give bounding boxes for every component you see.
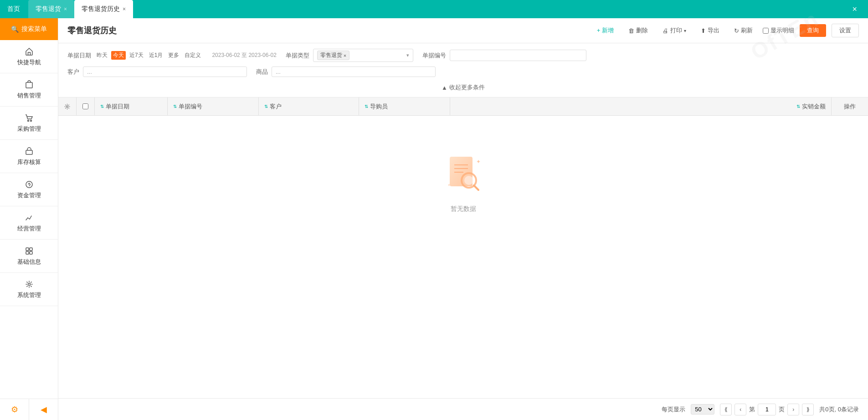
sidebar-item-inventory-label: 库存核算 [17,158,41,166]
shortcut-7days[interactable]: 近7天 [128,51,145,60]
sort-icon-billno: ⇅ [173,104,177,109]
svg-point-16 [464,176,473,185]
table-footer: 每页显示 50 10 20 100 ⟪ ‹ 第 页 › ⟫ 共0页, 0条记录 [58,398,868,420]
tab-return-close[interactable]: × [64,6,67,12]
svg-point-4 [26,181,32,188]
next-page-button[interactable]: › [787,404,799,415]
bill-type-select[interactable]: 零售退货 × ▾ [313,49,413,62]
last-page-button[interactable]: ⟫ [802,404,814,415]
sidebar-item-system[interactable]: 系统管理 [0,273,58,306]
th-checkbox[interactable] [77,97,95,115]
sidebar-search[interactable]: 🔍 搜索菜单 [0,18,58,40]
bill-no-input[interactable] [450,50,586,61]
bill-no-label: 单据编号 [422,51,446,60]
empty-state: ✦ ✦ 暂无数据 [58,116,868,250]
page-header: 零售退货历史 + 新增 🗑 删除 🖨 打印 ▾ ⬆ 导出 ↻ [58,18,868,43]
shortcut-1month[interactable]: 近1月 [147,51,165,60]
th-settings[interactable] [58,97,77,115]
th-date[interactable]: ⇅ 单据日期 [95,97,168,115]
export-button[interactable]: ⬆ 导出 [696,24,724,37]
page-size-select[interactable]: 50 10 20 100 [691,404,714,415]
sidebar-bottom: ⚙ ◀ [0,399,58,420]
bill-type-tag: 零售退货 × [317,51,349,60]
date-range-display: 2023-06-02 至 2023-06-02 [212,51,276,59]
window-close-button[interactable]: × [848,3,861,16]
sidebar-settings-button[interactable]: ⚙ [0,399,29,420]
shortcut-yesterday[interactable]: 昨天 [95,51,109,60]
tab-return[interactable]: 零售退货 × [28,0,74,18]
sidebar-item-quick-nav-label: 快捷导航 [17,58,41,67]
tab-home-label: 首页 [7,5,20,13]
th-amount[interactable]: ⇅ 实销金额 [450,97,832,115]
th-billno[interactable]: ⇅ 单据编号 [168,97,259,115]
empty-text: 暂无数据 [451,205,476,213]
collapse-filter-button[interactable]: ▲ 收起更多条件 [67,82,859,93]
collapse-icon: ▲ [442,84,447,91]
svg-rect-0 [26,82,32,88]
goods-filter: 商品 ... [256,67,436,77]
sidebar-search-label: 搜索菜单 [21,25,47,33]
top-bar: 首页 零售退货 × 零售退货历史 × × [0,0,868,18]
content-area: 零售退货历史 + 新增 🗑 删除 🖨 打印 ▾ ⬆ 导出 ↻ [58,18,868,420]
page-label: 第 [749,405,755,414]
sidebar-item-operations[interactable]: 经营管理 [0,206,58,240]
sidebar: 🔍 搜索菜单 快捷导航 销售管理 采购管理 库存核算 [0,18,58,420]
sidebar-item-purchase[interactable]: 采购管理 [0,107,58,140]
show-detail-checkbox[interactable] [763,28,769,34]
sidebar-item-operations-label: 经营管理 [17,225,41,233]
system-icon [24,279,34,289]
first-page-button[interactable]: ⟪ [720,404,732,415]
sort-icon-customer: ⇅ [264,104,268,109]
svg-line-17 [474,185,478,190]
sidebar-item-basic-info[interactable]: 基础信息 [0,240,58,273]
goods-placeholder: ... [276,68,281,75]
svg-text:✦: ✦ [476,159,481,165]
select-all-checkbox[interactable] [82,103,88,109]
print-button[interactable]: 🖨 打印 ▾ [658,24,691,37]
goods-select[interactable]: ... [272,67,436,77]
svg-text:✦: ✦ [447,183,451,187]
delete-button[interactable]: 🗑 删除 [624,24,652,37]
customer-label: 客户 [67,68,79,76]
customer-select[interactable]: ... [83,67,247,77]
bill-type-tag-close[interactable]: × [344,53,346,58]
new-button[interactable]: + 新增 [592,24,618,37]
th-guide[interactable]: ⇅ 导购员 [359,97,450,115]
table-header: ⇅ 单据日期 ⇅ 单据编号 ⇅ 客户 ⇅ 导购员 ⇅ 实销金额 [58,97,868,116]
table-area: ⇅ 单据日期 ⇅ 单据编号 ⇅ 客户 ⇅ 导购员 ⇅ 实销金额 [58,97,868,398]
shortcut-more[interactable]: 更多 [166,51,181,60]
bill-type-dropdown-icon: ▾ [406,52,409,58]
filter-row-1: 单据日期 昨天 今天 近7天 近1月 更多 自定义 2023-06-02 至 2… [67,49,859,62]
th-customer[interactable]: ⇅ 客户 [259,97,359,115]
sidebar-item-sales[interactable]: 销售管理 [0,73,58,107]
top-bar-right: × [848,3,868,16]
page-title: 零售退货历史 [67,25,117,36]
page-unit: 页 [779,405,785,414]
svg-rect-8 [30,251,32,254]
date-shortcuts: 昨天 今天 近7天 近1月 更多 自定义 [95,51,203,60]
customer-filter: 客户 ... [67,67,247,77]
tab-return-history-close[interactable]: × [123,6,126,12]
prev-page-button[interactable]: ‹ [734,404,746,415]
tab-home[interactable]: 首页 [0,0,27,18]
shortcut-today[interactable]: 今天 [111,51,126,60]
svg-rect-3 [26,150,32,154]
shortcut-custom[interactable]: 自定义 [183,51,203,60]
page-number-input[interactable] [758,404,776,415]
sidebar-item-quick-nav[interactable]: 快捷导航 [0,40,58,73]
sidebar-collapse-button[interactable]: ◀ [29,399,58,420]
empty-illustration: ✦ ✦ [441,152,486,198]
settings-button[interactable]: 设置 [832,24,859,37]
customer-placeholder: ... [87,68,92,75]
finance-icon [24,179,34,190]
filter-area: 单据日期 昨天 今天 近7天 近1月 更多 自定义 2023-06-02 至 2… [58,43,868,97]
tab-return-history[interactable]: 零售退货历史 × [74,0,133,18]
print-icon: 🖨 [663,27,668,34]
sidebar-item-inventory[interactable]: 库存核算 [0,140,58,173]
svg-rect-7 [26,251,29,254]
operations-icon [24,213,34,223]
page-size-label: 每页显示 [662,405,685,414]
sidebar-item-finance[interactable]: 资金管理 [0,173,58,206]
refresh-button[interactable]: ↻ 刷新 [729,24,757,37]
query-button[interactable]: 查询 [800,24,826,37]
